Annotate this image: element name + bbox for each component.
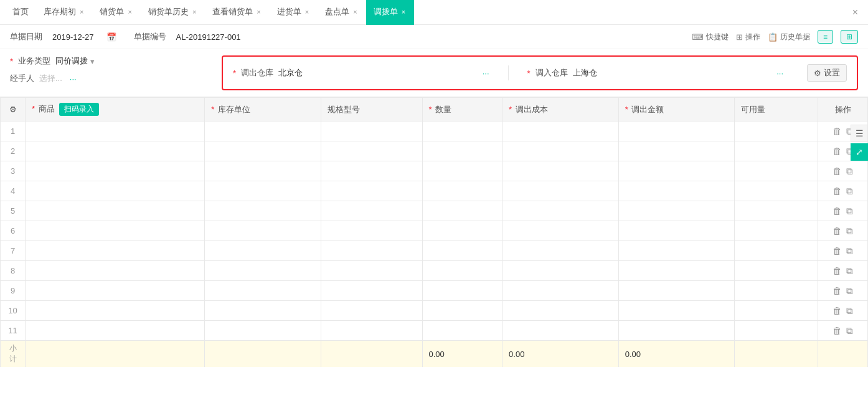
row-cost-5[interactable] xyxy=(502,201,619,221)
copy-icon-row-4[interactable]: ⧉ xyxy=(846,186,853,196)
row-spec-8[interactable] xyxy=(321,261,422,281)
row-spec-9[interactable] xyxy=(321,281,422,301)
row-spec-6[interactable] xyxy=(321,221,422,241)
copy-icon-row-3[interactable]: ⧉ xyxy=(846,166,853,176)
delete-icon-row-8[interactable]: 🗑 xyxy=(833,265,842,276)
row-quantity-1[interactable] xyxy=(422,121,502,141)
row-available-9[interactable] xyxy=(735,281,818,301)
delete-icon-row-4[interactable]: 🗑 xyxy=(833,186,842,196)
row-product-11[interactable] xyxy=(26,321,205,341)
copy-icon-row-11[interactable]: ⧉ xyxy=(846,325,853,336)
tab-sales-order-close[interactable]: × xyxy=(126,8,133,16)
business-type-select[interactable]: 同价调拨 ▾ xyxy=(55,55,130,67)
row-product-4[interactable] xyxy=(26,181,205,201)
row-unit-3[interactable] xyxy=(205,161,321,181)
row-amount-11[interactable] xyxy=(618,321,735,341)
row-cost-3[interactable] xyxy=(502,161,619,181)
row-available-3[interactable] xyxy=(735,161,818,181)
delete-icon-row-7[interactable]: 🗑 xyxy=(833,245,842,256)
row-unit-10[interactable] xyxy=(205,301,321,321)
tab-purchase-order-close[interactable]: × xyxy=(304,8,310,16)
tab-sales-history[interactable]: 销货单历史 × xyxy=(141,0,205,25)
row-available-4[interactable] xyxy=(735,181,818,201)
window-close-button[interactable]: × xyxy=(847,7,863,18)
warehouse-in-value[interactable]: 上海仓 xyxy=(573,67,597,79)
row-product-2[interactable] xyxy=(26,141,205,161)
row-spec-3[interactable] xyxy=(321,161,422,181)
row-quantity-10[interactable] xyxy=(422,301,502,321)
operations-button[interactable]: ⊞ 操作 xyxy=(736,32,760,42)
row-product-10[interactable] xyxy=(26,301,205,321)
row-amount-2[interactable] xyxy=(618,141,735,161)
row-available-8[interactable] xyxy=(735,261,818,281)
delete-icon-row-2[interactable]: 🗑 xyxy=(833,146,842,156)
row-amount-8[interactable] xyxy=(618,261,735,281)
row-unit-7[interactable] xyxy=(205,241,321,261)
row-amount-5[interactable] xyxy=(618,201,735,221)
scan-button[interactable]: 扫码录入 xyxy=(59,103,99,116)
row-product-8[interactable] xyxy=(26,261,205,281)
row-unit-11[interactable] xyxy=(205,321,321,341)
tab-stocktake[interactable]: 盘点单 × xyxy=(318,0,366,25)
row-unit-9[interactable] xyxy=(205,281,321,301)
row-cost-8[interactable] xyxy=(502,261,619,281)
row-spec-10[interactable] xyxy=(321,301,422,321)
row-spec-5[interactable] xyxy=(321,201,422,221)
delete-icon-row-3[interactable]: 🗑 xyxy=(833,166,842,176)
row-cost-7[interactable] xyxy=(502,241,619,261)
handler-input[interactable]: 选择... xyxy=(39,73,62,84)
row-cost-10[interactable] xyxy=(502,301,619,321)
row-unit-6[interactable] xyxy=(205,221,321,241)
row-amount-3[interactable] xyxy=(618,161,735,181)
row-quantity-7[interactable] xyxy=(422,241,502,261)
copy-icon-row-5[interactable]: ⧉ xyxy=(846,206,853,216)
row-quantity-5[interactable] xyxy=(422,201,502,221)
layout-grid-button[interactable]: ⊞ xyxy=(841,30,858,44)
date-value[interactable]: 2019-12-27 xyxy=(52,32,94,42)
row-unit-4[interactable] xyxy=(205,181,321,201)
row-quantity-9[interactable] xyxy=(422,281,502,301)
row-unit-8[interactable] xyxy=(205,261,321,281)
row-quantity-6[interactable] xyxy=(422,221,502,241)
row-available-6[interactable] xyxy=(735,221,818,241)
tab-home[interactable]: 首页 xyxy=(5,0,36,25)
tab-transfer-close[interactable]: × xyxy=(400,8,407,16)
delete-icon-row-1[interactable]: 🗑 xyxy=(833,126,842,136)
copy-icon-row-6[interactable]: ⧉ xyxy=(846,226,853,236)
copy-icon-row-8[interactable]: ⧉ xyxy=(846,265,853,276)
row-unit-2[interactable] xyxy=(205,141,321,161)
warehouse-out-more-button[interactable]: ··· xyxy=(483,69,489,78)
warehouse-out-value[interactable]: 北京仓 xyxy=(278,67,303,79)
row-amount-10[interactable] xyxy=(618,301,735,321)
row-amount-7[interactable] xyxy=(618,241,735,261)
row-amount-9[interactable] xyxy=(618,281,735,301)
row-quantity-4[interactable] xyxy=(422,181,502,201)
row-spec-11[interactable] xyxy=(321,321,422,341)
row-quantity-8[interactable] xyxy=(422,261,502,281)
row-quantity-3[interactable] xyxy=(422,161,502,181)
row-spec-2[interactable] xyxy=(321,141,422,161)
settings-button[interactable]: ⚙ 设置 xyxy=(807,64,847,82)
row-cost-2[interactable] xyxy=(502,141,619,161)
calendar-icon[interactable]: 📅 xyxy=(106,32,116,42)
row-cost-4[interactable] xyxy=(502,181,619,201)
copy-icon-row-10[interactable]: ⧉ xyxy=(846,305,853,316)
row-spec-4[interactable] xyxy=(321,181,422,201)
tab-purchase-order[interactable]: 进货单 × xyxy=(270,0,318,25)
tab-stocktake-close[interactable]: × xyxy=(352,8,358,16)
row-product-3[interactable] xyxy=(26,161,205,181)
shortcut-button[interactable]: ⌨ 快捷键 xyxy=(692,32,729,42)
delete-icon-row-9[interactable]: 🗑 xyxy=(833,285,842,296)
row-product-7[interactable] xyxy=(26,241,205,261)
row-available-2[interactable] xyxy=(735,141,818,161)
row-amount-4[interactable] xyxy=(618,181,735,201)
delete-icon-row-5[interactable]: 🗑 xyxy=(833,206,842,216)
handler-more-button[interactable]: ··· xyxy=(70,74,77,83)
tab-inventory-init[interactable]: 库存期初 × xyxy=(36,0,92,25)
row-available-1[interactable] xyxy=(735,121,818,141)
history-button[interactable]: 📋 历史单据 xyxy=(768,32,810,42)
tab-sales-history-close[interactable]: × xyxy=(191,8,197,16)
row-unit-5[interactable] xyxy=(205,201,321,221)
copy-icon-row-9[interactable]: ⧉ xyxy=(846,285,853,296)
col-header-gear[interactable]: ⚙ xyxy=(1,98,26,121)
